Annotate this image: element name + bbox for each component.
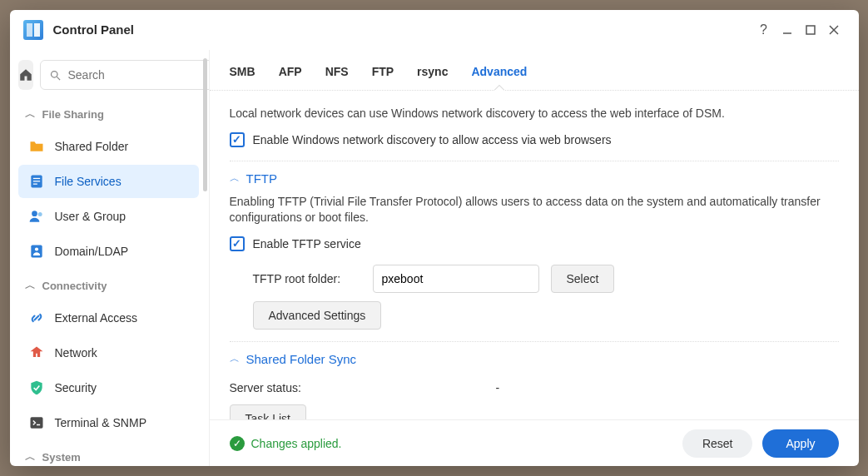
maximize-button[interactable] — [799, 18, 822, 42]
tab-ftp[interactable]: FTP — [372, 65, 394, 90]
svg-rect-7 — [32, 178, 39, 179]
enable-tftp-label: Enable TFTP service — [253, 237, 361, 250]
sidebar-item-user-group[interactable]: User & Group — [18, 200, 199, 233]
network-icon — [28, 345, 45, 361]
sidebar-item-label: File Services — [55, 175, 122, 188]
svg-line-5 — [57, 77, 60, 80]
server-status-label: Server status: — [230, 381, 471, 394]
sidebar-item-label: Security — [55, 381, 97, 394]
sidebar-item-label: Shared Folder — [55, 140, 129, 153]
svg-point-11 — [37, 212, 42, 216]
folder-icon — [28, 138, 45, 155]
terminal-icon — [28, 414, 45, 431]
svg-point-4 — [51, 71, 57, 77]
chevron-up-icon: ︿ — [230, 171, 240, 186]
home-button[interactable] — [18, 60, 33, 90]
tab-bar: SMBAFPNFSFTPrsyncAdvanced — [210, 50, 859, 91]
tftp-advanced-settings-button[interactable]: Advanced Settings — [253, 301, 382, 330]
app-icon — [23, 20, 43, 40]
shield-icon — [28, 379, 45, 396]
home-icon — [18, 67, 33, 82]
control-panel-window: Control Panel ? ︿File SharingShared Fol — [10, 10, 859, 466]
server-status-value: - — [496, 381, 500, 394]
search-icon — [49, 69, 62, 82]
sidebar-item-shared-folder[interactable]: Shared Folder — [18, 130, 199, 163]
reset-button[interactable]: Reset — [682, 429, 753, 458]
tab-afp[interactable]: AFP — [279, 65, 302, 90]
sidebar-item-file-services[interactable]: File Services — [18, 165, 199, 198]
enable-discovery-label: Enable Windows network discovery to allo… — [253, 133, 612, 146]
enable-discovery-checkbox[interactable] — [230, 132, 245, 147]
svg-rect-9 — [32, 184, 37, 185]
status-message: ✓ Changes applied. — [230, 436, 342, 451]
sidebar-item-security[interactable]: Security — [18, 371, 199, 404]
svg-rect-1 — [806, 26, 815, 34]
tab-nfs[interactable]: NFS — [325, 65, 349, 90]
svg-point-13 — [34, 247, 37, 250]
sidebar-item-label: User & Group — [55, 210, 126, 223]
select-folder-button[interactable]: Select — [551, 265, 615, 293]
footer: ✓ Changes applied. Reset Apply — [210, 419, 859, 466]
domain-icon — [28, 243, 45, 260]
sidebar-section-system[interactable]: ︿System — [15, 441, 202, 466]
sidebar-section-file-sharing[interactable]: ︿File Sharing — [15, 98, 202, 128]
enable-tftp-checkbox[interactable] — [230, 236, 245, 251]
sidebar-item-label: Network — [55, 346, 97, 359]
sidebar-item-domain-ldap[interactable]: Domain/LDAP — [18, 235, 199, 268]
content-area: Local network devices can use Windows ne… — [210, 91, 859, 419]
apply-button[interactable]: Apply — [762, 429, 838, 458]
sidebar-item-label: Terminal & SNMP — [55, 416, 146, 429]
task-list-button[interactable]: Task List — [230, 404, 306, 419]
svg-rect-12 — [31, 245, 42, 258]
tftp-section-header[interactable]: ︿ TFTP — [230, 161, 839, 194]
tab-smb[interactable]: SMB — [230, 65, 255, 90]
tftp-description: Enabling TFTP (Trivial File Transfer Pro… — [230, 194, 839, 226]
discovery-description: Local network devices can use Windows ne… — [230, 106, 839, 122]
tftp-root-input[interactable] — [373, 265, 539, 293]
tab-rsync[interactable]: rsync — [417, 65, 448, 90]
sidebar-item-label: Domain/LDAP — [55, 245, 129, 258]
sidebar-item-label: External Access — [55, 311, 138, 325]
search-box[interactable] — [40, 60, 210, 90]
window-title: Control Panel — [53, 22, 135, 37]
help-button[interactable]: ? — [752, 18, 776, 42]
chevron-up-icon: ︿ — [230, 352, 240, 366]
tab-advanced[interactable]: Advanced — [471, 65, 527, 90]
link-icon — [28, 310, 45, 326]
svg-rect-8 — [32, 181, 39, 181]
sidebar-item-terminal-snmp[interactable]: Terminal & SNMP — [18, 406, 199, 439]
chevron-up-icon: ︿ — [25, 278, 36, 293]
chevron-up-icon: ︿ — [25, 107, 36, 121]
sidebar-item-network[interactable]: Network — [18, 336, 199, 369]
file-icon — [28, 173, 45, 190]
titlebar: Control Panel ? — [10, 10, 859, 50]
users-icon — [28, 208, 45, 225]
tftp-root-label: TFTP root folder: — [253, 272, 361, 285]
minimize-button[interactable] — [776, 18, 799, 42]
svg-point-10 — [32, 211, 37, 216]
chevron-up-icon: ︿ — [25, 449, 36, 464]
close-button[interactable] — [822, 18, 846, 42]
sidebar-item-external-access[interactable]: External Access — [18, 301, 199, 335]
sidebar-section-connectivity[interactable]: ︿Connectivity — [15, 270, 202, 300]
shared-folder-sync-header[interactable]: ︿ Shared Folder Sync — [230, 341, 839, 374]
check-icon: ✓ — [230, 436, 245, 451]
main-panel: SMBAFPNFSFTPrsyncAdvanced Local network … — [210, 50, 859, 466]
sidebar: ︿File SharingShared FolderFile ServicesU… — [10, 50, 210, 466]
search-input[interactable] — [68, 68, 210, 82]
svg-rect-14 — [30, 417, 42, 428]
